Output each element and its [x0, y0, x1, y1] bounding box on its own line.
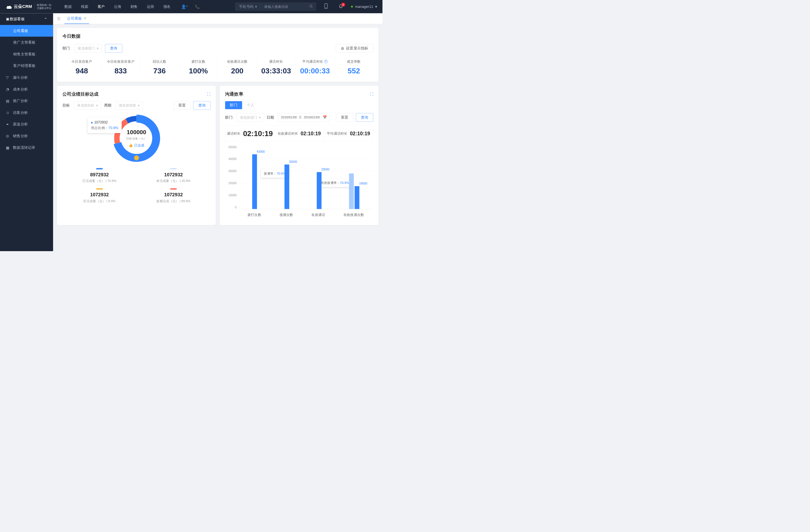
- legend-desc: 已完成量（元） | 70.9%: [65, 179, 134, 183]
- status-dot-icon: [351, 6, 353, 7]
- sidebar-sub-item[interactable]: 公司看板: [0, 25, 53, 37]
- bar-value-label: 35000: [289, 160, 297, 164]
- settings-button[interactable]: ⚙ 设置显示指标: [336, 44, 373, 53]
- logo-subtitle: 教育机构一站 式服务云平台: [34, 4, 51, 10]
- query-button[interactable]: 查询: [356, 113, 373, 121]
- segment-tab[interactable]: 部门: [225, 101, 242, 109]
- mobile-icon[interactable]: [322, 3, 330, 10]
- stat-label: 平均通话时长: [327, 131, 347, 136]
- tab-company-dashboard[interactable]: 公司看板 ✕: [64, 13, 89, 24]
- topnav-item[interactable]: 报名: [163, 4, 171, 9]
- sidebar-item[interactable]: ◎销售分析: [0, 130, 53, 142]
- user-menu[interactable]: manager11 ▾: [351, 4, 377, 9]
- metric-label: 回访人数: [140, 59, 179, 64]
- legend-value: 8972932: [65, 172, 134, 178]
- search-type-select[interactable]: 手机号码▾: [235, 4, 261, 9]
- sidebar: ▣数据看板 ⌃ 公司看板推广主管看板销售主管看板客户经理看板 ▽漏斗分析◔成本分…: [0, 13, 53, 251]
- bar-chart: 50000400003000020000100000 接通率：70.9%: [225, 145, 373, 220]
- dot-icon: [91, 122, 93, 123]
- metric: 拨打次数100%: [179, 58, 218, 77]
- period-select[interactable]: 请选择周期▾: [115, 101, 143, 110]
- sidebar-item[interactable]: ◔成本分析: [0, 84, 53, 95]
- y-tick: 0: [225, 205, 237, 209]
- dept-select[interactable]: 请选择部门▾: [74, 44, 102, 53]
- y-tick: 30000: [225, 169, 237, 173]
- comm-stat: 通话时长02:10:19: [225, 126, 275, 141]
- content: ☰ 公司看板 ✕ 今日数据 部门 请选择部门▾ 查询: [53, 13, 383, 251]
- bell-icon[interactable]: 5: [336, 4, 346, 10]
- comm-stat: 有效通话时长02:10:19: [275, 126, 324, 141]
- metric-label: 拨打次数: [179, 59, 218, 64]
- help-icon[interactable]: ?: [324, 60, 327, 63]
- sidebar-sub-item[interactable]: 客户经理看板: [0, 60, 53, 72]
- card-communication: 沟通效率 ⛶ 部门个人 部门 请选择部门▾ 日期 2018/01/08 至 20…: [220, 86, 378, 225]
- legend-swatch: [96, 188, 103, 190]
- topbar: 云朵CRM 教育机构一站 式服务云平台 数据线索客户公海财务运营报名 👤⁺ 📞 …: [0, 0, 383, 13]
- close-icon[interactable]: ✕: [84, 17, 86, 20]
- metric-label: 今日首咨客户: [62, 59, 101, 64]
- search-box: 手机号码▾: [235, 2, 317, 11]
- legend-item: 8972932已完成量（元） | 70.9%: [62, 168, 136, 183]
- metric: 平均通话时长?00:00:33: [296, 58, 335, 77]
- query-button[interactable]: 查询: [193, 101, 210, 110]
- topnav-item[interactable]: 财务: [130, 4, 137, 9]
- date-range-input[interactable]: 2018/01/08 至 2018/01/08 📅: [278, 113, 330, 121]
- sidebar-icon: ☺: [6, 111, 10, 115]
- sidebar-icon: ◎: [6, 134, 10, 138]
- tabs-bar: ☰ 公司看板 ✕: [53, 13, 383, 24]
- bar: 29000: [317, 172, 322, 209]
- sidebar-item[interactable]: ▦数据流转记录: [0, 142, 53, 153]
- chevron-down-icon: ▾: [375, 4, 377, 9]
- topnav-item[interactable]: 线索: [81, 4, 88, 9]
- chevron-down-icon: ▾: [97, 46, 98, 51]
- chart-tooltip: 1072932 所占比例：70.9%: [88, 118, 122, 133]
- sidebar-item[interactable]: ▽漏斗分析: [0, 72, 53, 84]
- topnav-item[interactable]: 客户: [98, 4, 104, 9]
- sidebar-item[interactable]: ☺访客分析: [0, 107, 53, 119]
- top-nav: 数据线索客户公海财务运营报名: [64, 4, 171, 9]
- segment-tab[interactable]: 个人: [242, 101, 259, 109]
- sidebar-sub-item[interactable]: 销售主管看板: [0, 48, 53, 60]
- stat-label: 有效通话时长: [278, 131, 298, 136]
- chart-tooltip: 有效接通率：70.9%: [318, 179, 352, 187]
- dept-select[interactable]: 请选择部门▾: [237, 113, 264, 121]
- menu-icon[interactable]: ☰: [57, 16, 61, 21]
- phone-icon[interactable]: 📞: [195, 4, 200, 9]
- comm-stat: 平均通话时长02:10:19: [324, 126, 373, 141]
- x-tick: 拨打次数: [247, 213, 261, 217]
- sidebar-item[interactable]: ⚭渠道分析: [0, 118, 53, 130]
- y-tick: 20000: [225, 182, 237, 185]
- search-icon[interactable]: [306, 4, 317, 9]
- query-button[interactable]: 查询: [105, 44, 122, 53]
- gear-icon: ⚙: [341, 46, 344, 51]
- metric-value: 100%: [179, 67, 218, 76]
- legend-desc: 超额完成（元） | 89.9%: [139, 199, 208, 203]
- chevron-down-icon: ▾: [96, 103, 98, 108]
- reset-button[interactable]: 重置: [173, 101, 190, 110]
- stat-label: 通话时长: [227, 131, 241, 136]
- sidebar-group-dashboard[interactable]: ▣数据看板 ⌃: [0, 13, 53, 25]
- comm-stats: 通话时长02:10:19有效通话时长02:10:19平均通话时长02:10:19: [225, 126, 373, 142]
- label-dept: 部门: [225, 115, 232, 120]
- sidebar-item[interactable]: ▤推广分析: [0, 95, 53, 107]
- bar: [349, 173, 354, 209]
- topnav-item[interactable]: 公海: [114, 4, 121, 9]
- dashboard-icon: ▣: [6, 17, 10, 21]
- metric-label: 有效通话次数: [218, 59, 257, 64]
- legend-item: 1072932未完成量（元） | 20.9%: [136, 168, 210, 183]
- add-user-icon[interactable]: 👤⁺: [181, 4, 188, 9]
- topnav-item[interactable]: 运营: [147, 4, 154, 9]
- metric-value: 03:33:03: [257, 67, 296, 76]
- goal-total-value: 100000: [126, 129, 147, 135]
- expand-icon[interactable]: ⛶: [370, 92, 373, 96]
- target-select[interactable]: 请选择目标▾: [74, 101, 101, 110]
- x-tick: 有效通话: [311, 213, 325, 217]
- logo-icon: 云朵CRM: [5, 4, 32, 10]
- sidebar-sub-item[interactable]: 推广主管看板: [0, 36, 53, 48]
- reset-button[interactable]: 重置: [336, 113, 353, 121]
- search-input[interactable]: [261, 4, 306, 9]
- expand-icon[interactable]: ⛶: [207, 92, 210, 96]
- topnav-item[interactable]: 数据: [64, 4, 71, 9]
- section-title: 今日数据: [62, 33, 373, 39]
- y-tick: 10000: [225, 194, 237, 197]
